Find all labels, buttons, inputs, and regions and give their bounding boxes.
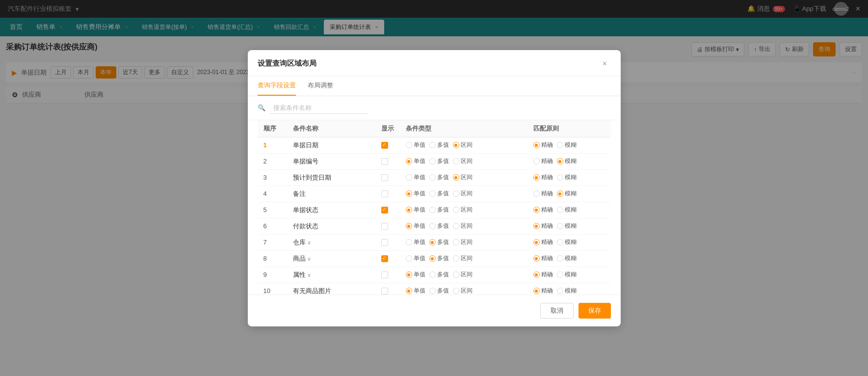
radio-type-multi[interactable]: 多值: [429, 206, 449, 214]
radio-type-range[interactable]: 区间: [453, 287, 473, 295]
radio-match-fuzzy[interactable]: 模糊: [557, 254, 577, 263]
radio-circle-type-single: [406, 223, 412, 229]
radio-type-multi[interactable]: 多值: [429, 222, 449, 230]
radio-circle-type-single: [406, 288, 412, 294]
radio-type-single[interactable]: 单值: [406, 157, 425, 165]
radio-match-fuzzy[interactable]: 模糊: [557, 141, 577, 149]
expand-icon[interactable]: ∨: [306, 272, 311, 278]
dialog-title: 设置查询区域布局: [258, 59, 316, 68]
radio-match-exact[interactable]: 精确: [533, 173, 553, 182]
radio-match-fuzzy[interactable]: 模糊: [557, 206, 577, 214]
match-radio-group: 精确模糊: [533, 189, 605, 198]
row-name: 有无商品图片: [293, 287, 331, 295]
display-checkbox[interactable]: [381, 239, 388, 246]
radio-type-single[interactable]: 单值: [406, 270, 425, 279]
radio-match-fuzzy[interactable]: 模糊: [557, 238, 577, 246]
radio-match-exact[interactable]: 精确: [533, 141, 553, 149]
cancel-button[interactable]: 取消: [540, 303, 574, 319]
radio-type-range[interactable]: 区间: [453, 173, 473, 182]
radio-type-multi[interactable]: 多值: [429, 287, 449, 295]
radio-circle-type-range: [453, 174, 459, 181]
type-radio-group: 单值多值区间: [406, 206, 522, 214]
search-input[interactable]: [269, 102, 368, 114]
th-type: 条件类型: [400, 120, 527, 137]
radio-type-range[interactable]: 区间: [453, 270, 473, 279]
radio-match-fuzzy[interactable]: 模糊: [557, 270, 577, 279]
radio-type-single[interactable]: 单值: [406, 206, 425, 214]
match-radio-group: 精确模糊: [533, 254, 605, 263]
row-seq: 10: [263, 287, 270, 295]
radio-circle-match-fuzzy: [557, 255, 563, 262]
radio-type-multi[interactable]: 多值: [429, 270, 449, 279]
th-name: 条件名称: [287, 120, 375, 137]
radio-match-exact[interactable]: 精确: [533, 254, 553, 263]
radio-match-exact[interactable]: 精确: [533, 206, 553, 214]
radio-type-single[interactable]: 单值: [406, 189, 425, 198]
save-button[interactable]: 保存: [579, 303, 611, 319]
radio-type-multi[interactable]: 多值: [429, 141, 449, 149]
radio-type-range[interactable]: 区间: [453, 238, 473, 246]
dialog-tab-query[interactable]: 查询字段设置: [258, 76, 296, 96]
radio-type-single[interactable]: 单值: [406, 141, 425, 149]
radio-type-multi[interactable]: 多值: [429, 173, 449, 182]
radio-circle-match-fuzzy: [557, 223, 563, 229]
dialog-close-button[interactable]: ×: [599, 58, 611, 70]
display-checkbox[interactable]: [381, 255, 388, 262]
display-checkbox[interactable]: [381, 271, 388, 278]
row-name: 单据日期: [293, 141, 318, 149]
match-radio-group: 精确模糊: [533, 206, 605, 214]
radio-type-single[interactable]: 单值: [406, 254, 425, 263]
dialog: 设置查询区域布局 × 查询字段设置 布局调整 🔍 顺序: [248, 50, 621, 326]
radio-match-fuzzy[interactable]: 模糊: [557, 222, 577, 230]
radio-match-exact[interactable]: 精确: [533, 189, 553, 198]
radio-match-exact[interactable]: 精确: [533, 238, 553, 246]
radio-type-range[interactable]: 区间: [453, 141, 473, 149]
expand-icon[interactable]: ∨: [306, 256, 311, 262]
display-checkbox[interactable]: [381, 190, 388, 197]
radio-type-range[interactable]: 区间: [453, 157, 473, 165]
condition-table-wrapper: 顺序 条件名称 显示 条件类型 匹配原则: [248, 120, 621, 295]
radio-circle-type-range: [453, 158, 459, 164]
radio-type-range[interactable]: 区间: [453, 254, 473, 263]
th-display: 显示: [375, 120, 400, 137]
radio-match-fuzzy[interactable]: 模糊: [557, 287, 577, 295]
radio-type-single[interactable]: 单值: [406, 238, 425, 246]
row-seq: 3: [263, 174, 267, 181]
radio-match-exact[interactable]: 精确: [533, 287, 553, 295]
display-checkbox[interactable]: [381, 207, 388, 214]
condition-table-body: 1单据日期单值多值区间精确模糊2单据编号单值多值区间精确模糊3预计到货日期单值多…: [258, 137, 611, 295]
type-radio-group: 单值多值区间: [406, 189, 522, 198]
radio-match-exact[interactable]: 精确: [533, 270, 553, 279]
radio-match-fuzzy[interactable]: 模糊: [557, 157, 577, 165]
expand-icon[interactable]: ∨: [306, 240, 311, 245]
dialog-tab-layout[interactable]: 布局调整: [308, 76, 333, 96]
radio-type-range[interactable]: 区间: [453, 189, 473, 198]
table-row: 5单据状态单值多值区间精确模糊: [258, 202, 611, 218]
radio-type-multi[interactable]: 多值: [429, 157, 449, 165]
row-seq: 8: [263, 255, 267, 262]
radio-circle-match-exact: [533, 288, 540, 294]
radio-type-single[interactable]: 单值: [406, 222, 425, 230]
radio-type-multi[interactable]: 多值: [429, 238, 449, 246]
radio-circle-type-single: [406, 207, 412, 213]
radio-type-single[interactable]: 单值: [406, 287, 425, 295]
radio-match-exact[interactable]: 精确: [533, 157, 553, 165]
type-radio-group: 单值多值区间: [406, 157, 522, 165]
row-name: 付款状态: [293, 222, 318, 230]
dialog-search: 🔍: [248, 96, 621, 120]
radio-match-fuzzy[interactable]: 模糊: [557, 173, 577, 182]
radio-match-fuzzy[interactable]: 模糊: [557, 189, 577, 198]
display-checkbox[interactable]: [381, 174, 388, 181]
radio-circle-type-single: [406, 174, 412, 181]
radio-match-exact[interactable]: 精确: [533, 222, 553, 230]
radio-type-single[interactable]: 单值: [406, 173, 425, 182]
radio-circle-match-exact: [533, 271, 540, 278]
display-checkbox[interactable]: [381, 142, 388, 149]
radio-type-multi[interactable]: 多值: [429, 189, 449, 198]
display-checkbox[interactable]: [381, 223, 388, 230]
radio-type-range[interactable]: 区间: [453, 206, 473, 214]
radio-type-multi[interactable]: 多值: [429, 254, 449, 263]
radio-type-range[interactable]: 区间: [453, 222, 473, 230]
display-checkbox[interactable]: [381, 158, 388, 165]
display-checkbox[interactable]: [381, 288, 388, 294]
